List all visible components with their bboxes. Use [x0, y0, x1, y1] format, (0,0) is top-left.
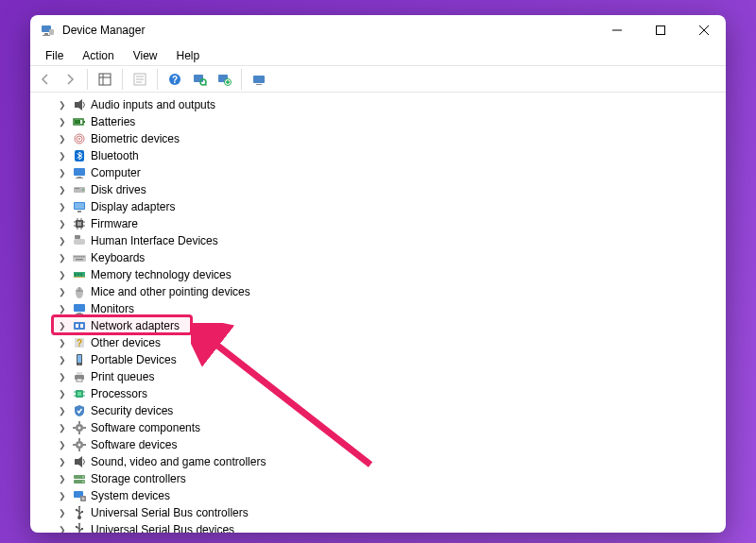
- expand-chevron-icon[interactable]: ❯: [57, 116, 68, 127]
- device-category-sound[interactable]: ❯Sound, video and game controllers: [30, 453, 726, 470]
- printer-icon: [72, 369, 87, 384]
- device-category-usb[interactable]: ❯Universal Serial Bus controllers: [30, 504, 726, 521]
- devices-connection-button[interactable]: [248, 68, 270, 91]
- expand-chevron-icon[interactable]: ❯: [57, 252, 68, 263]
- minimize-button[interactable]: [595, 15, 639, 45]
- device-category-system[interactable]: ❯System devices: [30, 487, 726, 504]
- svg-rect-67: [74, 277, 85, 278]
- device-category-monitor[interactable]: ❯Monitors: [30, 300, 726, 317]
- svg-rect-54: [75, 235, 80, 239]
- device-category-proc[interactable]: ❯Processors: [30, 385, 726, 402]
- menu-file[interactable]: File: [36, 47, 73, 64]
- expand-chevron-icon[interactable]: ❯: [57, 235, 68, 246]
- scan-hardware-button[interactable]: [188, 68, 211, 91]
- device-category-print[interactable]: ❯Print queues: [30, 368, 726, 385]
- svg-rect-75: [76, 324, 78, 328]
- expand-chevron-icon[interactable]: ❯: [57, 371, 68, 382]
- expand-chevron-icon[interactable]: ❯: [57, 286, 68, 297]
- device-category-label: Print queues: [91, 370, 154, 383]
- disk-icon: [72, 182, 87, 197]
- toolbar-separator: [87, 69, 88, 90]
- add-hardware-button[interactable]: [213, 68, 235, 91]
- menu-help[interactable]: Help: [167, 47, 210, 64]
- device-category-label: Computer: [91, 166, 141, 179]
- device-category-audio[interactable]: ❯Audio inputs and outputs: [30, 96, 726, 113]
- expand-chevron-icon[interactable]: ❯: [57, 320, 68, 331]
- expand-chevron-icon[interactable]: ❯: [57, 201, 68, 212]
- device-category-usbdev[interactable]: ❯Universal Serial Bus devices: [30, 521, 726, 533]
- expand-chevron-icon[interactable]: ❯: [57, 99, 68, 110]
- expand-chevron-icon[interactable]: ❯: [57, 456, 68, 467]
- expand-chevron-icon[interactable]: ❯: [57, 490, 68, 501]
- device-category-other[interactable]: ❯?Other devices: [30, 334, 726, 351]
- svg-rect-71: [74, 304, 85, 312]
- device-category-network[interactable]: ❯Network adapters: [30, 317, 726, 334]
- device-category-firmware[interactable]: ❯Firmware: [30, 215, 726, 232]
- device-category-label: Universal Serial Bus devices: [91, 523, 234, 533]
- device-category-label: Mice and other pointing devices: [91, 285, 250, 298]
- device-category-battery[interactable]: ❯Batteries: [30, 113, 726, 130]
- help-button[interactable]: ?: [163, 68, 186, 91]
- svg-rect-35: [77, 177, 81, 178]
- device-category-memtech[interactable]: ❯Memory technology devices: [30, 266, 726, 283]
- device-category-display[interactable]: ❯Display adapters: [30, 198, 726, 215]
- expand-chevron-icon[interactable]: ❯: [57, 167, 68, 178]
- memory-icon: [72, 267, 87, 282]
- svg-rect-58: [77, 256, 79, 258]
- svg-rect-96: [83, 427, 86, 429]
- expand-chevron-icon[interactable]: ❯: [57, 218, 68, 229]
- menu-view[interactable]: View: [124, 47, 167, 64]
- device-category-computer[interactable]: ❯Computer: [30, 164, 726, 181]
- device-category-portable[interactable]: ❯Portable Devices: [30, 351, 726, 368]
- device-category-disk[interactable]: ❯Disk drives: [30, 181, 726, 198]
- expand-chevron-icon[interactable]: ❯: [57, 337, 68, 348]
- device-category-bluetooth[interactable]: ❯Bluetooth: [30, 147, 726, 164]
- show-hide-tree-button[interactable]: [94, 68, 116, 91]
- svg-point-110: [82, 498, 85, 501]
- device-category-security[interactable]: ❯Security devices: [30, 402, 726, 419]
- device-category-label: Storage controllers: [91, 472, 186, 485]
- device-category-mice[interactable]: ❯Mice and other pointing devices: [30, 283, 726, 300]
- expand-chevron-icon[interactable]: ❯: [57, 133, 68, 144]
- device-category-biometric[interactable]: ❯Biometric devices: [30, 130, 726, 147]
- expand-chevron-icon[interactable]: ❯: [57, 473, 68, 484]
- maximize-button[interactable]: [639, 15, 682, 45]
- expand-chevron-icon[interactable]: ❯: [57, 303, 68, 314]
- hid-icon: [72, 233, 87, 248]
- device-category-storage[interactable]: ❯Storage controllers: [30, 470, 726, 487]
- svg-rect-86: [77, 392, 81, 396]
- svg-rect-11: [134, 74, 146, 85]
- device-category-label: Disk drives: [91, 183, 146, 196]
- device-category-keyboard[interactable]: ❯Keyboards: [30, 249, 726, 266]
- svg-rect-65: [77, 273, 79, 276]
- svg-text:?: ?: [77, 338, 82, 348]
- svg-rect-102: [83, 444, 86, 446]
- device-category-hid[interactable]: ❯Human Interface Devices: [30, 232, 726, 249]
- close-button[interactable]: [682, 15, 726, 45]
- content-area: ❯Audio inputs and outputs❯Batteries❯Biom…: [30, 93, 726, 533]
- unknown-icon: ?: [72, 335, 87, 350]
- expand-chevron-icon[interactable]: ❯: [57, 524, 68, 533]
- svg-point-106: [82, 476, 84, 478]
- expand-chevron-icon[interactable]: ❯: [57, 422, 68, 433]
- expand-chevron-icon[interactable]: ❯: [57, 269, 68, 280]
- device-tree[interactable]: ❯Audio inputs and outputs❯Batteries❯Biom…: [30, 93, 726, 533]
- device-category-label: Software devices: [91, 438, 177, 451]
- expand-chevron-icon[interactable]: ❯: [57, 405, 68, 416]
- menu-action[interactable]: Action: [73, 47, 123, 64]
- svg-rect-62: [76, 259, 83, 261]
- expand-chevron-icon[interactable]: ❯: [57, 388, 68, 399]
- device-category-label: Biometric devices: [91, 132, 180, 145]
- expand-chevron-icon[interactable]: ❯: [57, 507, 68, 518]
- device-category-softcomp[interactable]: ❯Software components: [30, 419, 726, 436]
- svg-rect-17: [194, 75, 203, 82]
- expand-chevron-icon[interactable]: ❯: [57, 150, 68, 161]
- expand-chevron-icon[interactable]: ❯: [57, 184, 68, 195]
- device-category-softdev[interactable]: ❯Software devices: [30, 436, 726, 453]
- svg-rect-3: [49, 29, 54, 35]
- svg-text:?: ?: [172, 75, 178, 85]
- expand-chevron-icon[interactable]: ❯: [57, 354, 68, 365]
- toolbar: ?: [30, 66, 726, 93]
- cpu-icon: [72, 386, 87, 401]
- expand-chevron-icon[interactable]: ❯: [57, 439, 68, 450]
